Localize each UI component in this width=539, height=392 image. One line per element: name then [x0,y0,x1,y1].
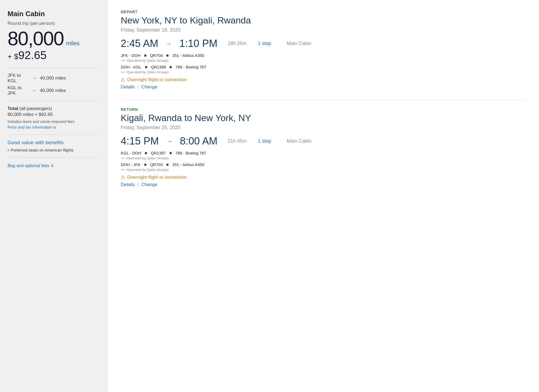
depart-seg2-route: DOH - KGL ◾ QR1389 ◾ 788 - Boeing 787 [121,65,526,70]
operated-bar-icon-2 [121,72,125,73]
depart-segment-2: DOH - KGL ◾ QR1389 ◾ 788 - Boeing 787 Op… [121,65,526,74]
trip-type: Round trip (per person) [8,21,100,26]
return-depart-time: 4:15 PM [121,135,159,147]
return-segment-1: KGL - DOH ◾ QR1387 ◾ 788 - Boeing 787 Op… [121,151,526,160]
depart-date: Friday, September 18, 2020 [121,27,526,33]
divider-1 [8,68,100,68]
sidebar: Main Cabin Round trip (per person) 80,00… [0,0,108,392]
depart-duration: 28h 25m [228,41,247,46]
total-section: Total (all passengers) 80,000 miles + $9… [8,106,100,130]
cabin-title: Main Cabin [8,10,100,18]
good-value-title: Good value with benefits [8,140,100,146]
return-route: Kigali, Rwanda to New York, NY [121,113,526,123]
depart-segment-1: JFK - DOH ◾ QR704 ◾ 351 - Airbus A350 Op… [121,53,526,63]
depart-seg1-route: JFK - DOH ◾ QR704 ◾ 351 - Airbus A350 [121,53,526,58]
depart-cabin: Main Cabin [287,41,311,46]
total-label: Total (all passengers) [8,106,100,111]
depart-time: 2:45 AM [121,38,158,49]
return-stops[interactable]: 1 stop [258,138,271,144]
bag-fees-link[interactable]: Bag and optional fees ⧉ [8,163,53,168]
good-value-section: Good value with benefits Preferred seats… [8,140,100,152]
route-arrow-1: → [32,76,37,81]
return-arrow-icon: → [167,138,172,145]
depart-seg2-operated: Operated by Qatar Airways [121,70,526,74]
depart-seg1-operated: Operated by Qatar Airways [121,59,526,63]
divider-3 [8,135,100,135]
taxes-note: Includes taxes and carrier-imposed fees [8,119,100,124]
route-arrow-2: ← [32,88,37,93]
good-value-item: Preferred seats on American flights [8,148,100,152]
operated-bar-icon-3 [121,158,125,159]
route-table: JFK to KGL → 40,000 miles KGL to JFK ← 4… [8,73,100,96]
return-segment-2: DOH - JFK ◾ QR703 ◾ 351 - Airbus A350 Op… [121,162,526,172]
return-times-row: 4:15 PM → 8:00 AM 21h 45m 1 stop Main Ca… [121,135,526,147]
miles-row: 80,000 miles [8,29,100,48]
depart-details-link[interactable]: Details [121,84,135,90]
route-row-2: KGL to JFK ← 40,000 miles [8,85,100,96]
depart-stops[interactable]: 1 stop [258,41,271,46]
return-change-link[interactable]: Change [141,182,157,187]
depart-arrow-icon: → [166,40,172,47]
return-label: RETURN [121,107,526,112]
tax-prefix: + $ [8,52,18,61]
total-value: 80,000 miles + $92.65 [8,112,100,117]
return-actions: Details | Change [121,182,526,187]
price-tax-link[interactable]: Price and tax information ⧉ [8,125,56,129]
main-content: DEPART New York, NY to Kigali, Rwanda Fr… [108,0,539,392]
return-overnight-label: Overnight flight or connection [127,175,187,180]
depart-section: DEPART New York, NY to Kigali, Rwanda Fr… [121,10,526,90]
depart-times-row: 2:45 AM → 1:10 PM 28h 25m 1 stop Main Ca… [121,38,526,49]
return-seg1-operated: Operated by Qatar Airways [121,156,526,160]
operated-bar-icon-4 [121,169,125,170]
arrive-time: 1:10 PM [179,38,217,49]
return-date: Friday, September 25, 2020 [121,125,526,130]
action-separator-2: | [137,182,139,187]
route-row-1: JFK to KGL → 40,000 miles [8,73,100,84]
return-arrive-time: 8:00 AM [180,135,217,147]
return-duration: 21h 45m [228,138,247,144]
action-separator-1: | [137,84,139,90]
depart-actions: Details | Change [121,84,526,90]
return-details-link[interactable]: Details [121,182,135,187]
miles-number: 80,000 [8,29,64,48]
miles-label: miles [66,40,80,47]
depart-route: New York, NY to Kigali, Rwanda [121,15,526,26]
divider-4 [8,157,100,157]
divider-2 [8,101,100,101]
route-miles-2: 40,000 miles [40,88,66,93]
return-cabin: Main Cabin [287,138,311,144]
depart-overnight-warning: ⚠ Overnight flight or connection [121,77,526,83]
bag-fees-external-icon: ⧉ [51,164,53,168]
tax-amount: 92.65 [18,49,47,61]
operated-bar-icon [121,60,125,61]
warning-triangle-icon: ⚠ [121,77,125,83]
return-overnight-warning: ⚠ Overnight flight or connection [121,174,526,180]
depart-change-link[interactable]: Change [141,84,157,90]
tax-row: + $92.65 [8,49,100,62]
route-from-2: KGL to JFK [8,85,29,96]
return-seg2-route: DOH - JFK ◾ QR703 ◾ 351 - Airbus A350 [121,162,526,167]
route-miles-1: 40,000 miles [40,75,66,81]
external-link-icon: ⧉ [53,125,56,129]
route-from-1: JFK to KGL [8,73,29,84]
depart-label: DEPART [121,10,526,14]
return-section: RETURN Kigali, Rwanda to New York, NY Fr… [121,107,526,187]
depart-overnight-label: Overnight flight or connection [127,77,187,82]
return-seg1-route: KGL - DOH ◾ QR1387 ◾ 788 - Boeing 787 [121,151,526,156]
return-warning-triangle-icon: ⚠ [121,174,125,180]
return-seg2-operated: Operated by Qatar Airways [121,168,526,172]
section-divider [121,99,526,100]
